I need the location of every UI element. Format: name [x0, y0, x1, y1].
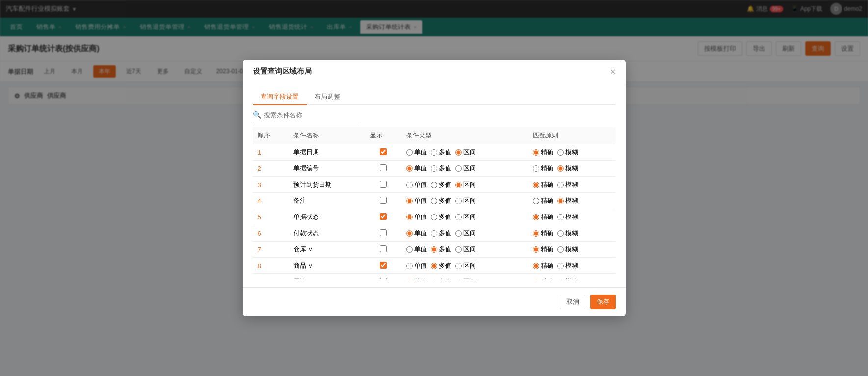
modal-body: 查询字段设置 布局调整 🔍 顺序 条件名称 显示	[243, 83, 626, 109]
modal-tab-layout-label: 布局调整	[315, 93, 340, 100]
settings-modal: 设置查询区域布局 × 查询字段设置 布局调整 🔍	[243, 60, 626, 109]
modal-close-button[interactable]: ×	[610, 67, 616, 76]
modal-tab-layout[interactable]: 布局调整	[307, 89, 348, 105]
modal-tab-fields[interactable]: 查询字段设置	[253, 89, 307, 105]
modal-tabs: 查询字段设置 布局调整	[253, 83, 616, 105]
modal-overlay: 设置查询区域布局 × 查询字段设置 布局调整 🔍	[0, 0, 868, 109]
modal-title: 设置查询区域布局	[253, 67, 312, 76]
modal-header: 设置查询区域布局 ×	[243, 60, 626, 83]
modal-tab-fields-label: 查询字段设置	[261, 93, 299, 100]
